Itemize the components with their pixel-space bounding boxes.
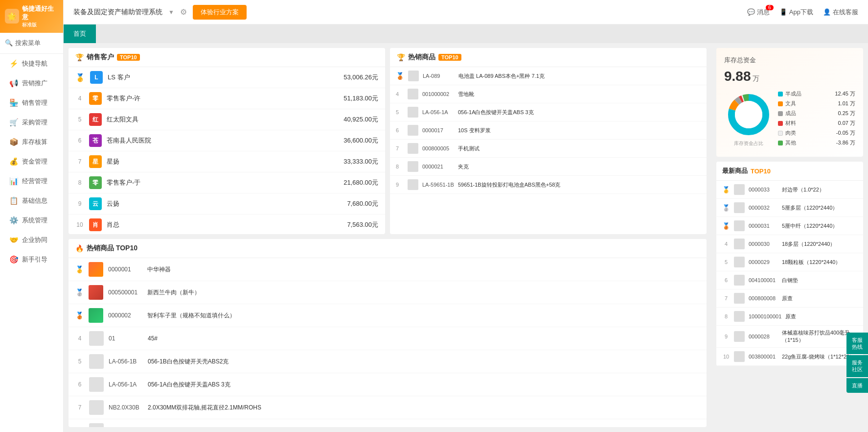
sidebar-search-area[interactable]: 🔍 搜索菜单 <box>0 33 63 54</box>
top-badge-products: TOP10 <box>438 54 461 61</box>
product-name: 056-1A白色按键开关盖ABS 3克 <box>148 381 700 389</box>
customer-sales-header: 🏆 销售客户 TOP10 <box>69 48 385 67</box>
rank-num: 5 <box>722 259 730 265</box>
list-item: 6 LA-056-1A 056-1A白色按键开关盖ABS 3克 <box>69 373 707 396</box>
rank-num: 7 <box>75 404 84 411</box>
newest-products-header: 最新商品 TOP10 <box>716 162 863 181</box>
nav-item-purchase[interactable]: 🛒 采购管理 <box>0 113 63 132</box>
nav-item-operation[interactable]: 📊 经营管理 <box>0 171 63 191</box>
bronze-medal-icon: 🥉 <box>396 72 404 80</box>
product-code: 0000031 <box>749 223 778 229</box>
inventory-icon: 📦 <box>9 138 18 146</box>
list-item: 🥇 0000001 中华神器 <box>69 258 707 281</box>
list-item: 🥉 LA-089 电池盖 LA-089 ABS本色+黑种 7.1克 <box>390 67 707 85</box>
inventory-card: 库存总资金 9.88 万 <box>716 48 863 157</box>
legend-dot <box>778 121 783 126</box>
product-code: 0000032 <box>749 205 778 211</box>
rank-num: 7 <box>75 158 84 165</box>
service-hotline-button[interactable]: 客服热线 <box>846 333 868 355</box>
nav-item-basic[interactable]: 📋 基础信息 <box>0 191 63 211</box>
rank-num: 7 <box>722 295 730 301</box>
nav-item-marketing[interactable]: 📢 营销推广 <box>0 73 63 93</box>
marketing-label: 营销推广 <box>22 79 47 88</box>
product-name: 10S 变料罗浆 <box>458 127 701 134</box>
message-button[interactable]: 💬 消息 6 <box>747 8 770 17</box>
list-item: 4 0000030 18多层（1220*2440） <box>716 235 863 253</box>
search-menu-button[interactable]: 🔍 搜索菜单 <box>5 37 58 49</box>
nav-item-system[interactable]: ⚙️ 系统管理 <box>0 211 63 230</box>
rank-num: 4 <box>75 335 84 342</box>
avatar: 星 <box>89 155 102 168</box>
page-tabs: 首页 <box>64 24 868 43</box>
live-broadcast-button[interactable]: 直播 <box>846 378 868 393</box>
nav-item-finance[interactable]: 💰 资金管理 <box>0 152 63 171</box>
finance-label: 资金管理 <box>22 157 47 166</box>
product-image <box>89 354 104 369</box>
product-code: LA-056-1A <box>422 109 454 115</box>
newest-top10-label: TOP10 <box>751 168 771 175</box>
avatar: 苍 <box>89 134 102 147</box>
product-name: 18颗粒板（1220*2440） <box>782 259 857 266</box>
legend-value: 0.07 万 <box>838 120 855 127</box>
customer-name: 红太阳文具 <box>107 115 339 124</box>
legend-name: 其他 <box>785 139 834 146</box>
list-item: 9 LA-59651-1B 59651-1B旋转投影灯电池盒ABS黑色+58克 <box>390 176 707 194</box>
customer-name: 零售客户-于 <box>107 178 339 187</box>
medal-icon: 🏆 <box>75 53 84 61</box>
list-item: 6 苍 苍南县人民医院 36,600.00元 <box>69 130 385 151</box>
app-download-button[interactable]: 📱 App下载 <box>779 8 813 17</box>
search-icon: 🔍 <box>5 39 13 47</box>
top-products-scroll-card: 🏆 热销商品 TOP10 🥉 LA-089 电池盖 LA-089 ABS本色+黑… <box>390 48 707 234</box>
list-item: 8 10000100001 原查 <box>716 308 863 326</box>
customer-name: LS 客户 <box>108 73 339 82</box>
middle-panel: 🏆 销售客户 TOP10 🥇 L LS 客户 53,006.26元 4 <box>64 43 711 432</box>
list-item: 10 肖 肖总 7,563.00元 <box>69 215 385 234</box>
nav-item-sales[interactable]: 🏪 销售管理 <box>0 93 63 113</box>
product-name: 中华神器 <box>147 265 700 274</box>
inventory-amount: 9.88 万 <box>724 69 855 84</box>
product-code: 0000028 <box>749 334 778 339</box>
customer-amount: 7,563.00元 <box>347 220 378 229</box>
tab-home[interactable]: 首页 <box>64 24 96 43</box>
service-community-button[interactable]: 服务社区 <box>846 355 868 377</box>
product-image <box>408 143 418 154</box>
customer-name: 零售客户-许 <box>107 94 339 103</box>
rank-num: 8 <box>722 313 730 319</box>
nav-item-quicknav[interactable]: ⚡ 快捷导航 <box>0 54 63 73</box>
donut-chart: 库存资金占比 <box>724 90 773 139</box>
product-image <box>734 293 745 304</box>
product-code: 0000021 <box>422 164 454 169</box>
sidebar-logo: 🌟 畅捷通好生意 标准版 <box>0 0 63 33</box>
legend-dot <box>778 101 783 106</box>
legend-name: 成品 <box>785 110 836 117</box>
list-item: 5 0000029 18颗粒板（1220*2440） <box>716 253 863 271</box>
online-service-button[interactable]: 👤 在线客服 <box>823 8 858 17</box>
legend-value: 1.01 万 <box>838 100 855 107</box>
gear-icon[interactable]: ⚙ <box>180 7 187 17</box>
product-code: 0000029 <box>749 259 778 265</box>
customer-amount: 51,183.00元 <box>343 94 378 103</box>
rank-num: 5 <box>75 358 84 365</box>
product-image <box>408 107 418 118</box>
message-icon: 💬 <box>747 8 755 16</box>
avatar: 零 <box>89 176 102 189</box>
operation-icon: 📊 <box>9 177 18 186</box>
rank-num: 4 <box>396 91 404 97</box>
top-products-scroll-list: 🥉 LA-089 电池盖 LA-089 ABS本色+黑种 7.1克 4 0010… <box>390 67 707 234</box>
basic-label: 基础信息 <box>22 196 47 205</box>
legend-value: 0.25 万 <box>838 110 855 117</box>
logo-text: 畅捷通好生意 标准版 <box>22 5 58 28</box>
list-item: 5 LA-056-1B 056-1B白色按键开关壳ABS2克 <box>69 350 707 373</box>
hot-products-header: 🔥 热销商品 TOP10 <box>69 239 707 258</box>
nav-item-cooperation[interactable]: 🤝 企业协同 <box>0 230 63 250</box>
nav-item-guide[interactable]: 🎯 新手引导 <box>0 250 63 269</box>
rank-num: 4 <box>75 95 84 102</box>
nav-item-inventory[interactable]: 📦 库存核算 <box>0 132 63 152</box>
rank-num: 6 <box>75 137 84 144</box>
silver-medal-icon: 🥈 <box>722 204 730 212</box>
product-name: 5厘中纤（1220*2440） <box>782 222 857 230</box>
app-download-label: App下载 <box>789 8 813 17</box>
edition-label: 标准版 <box>22 22 58 28</box>
legend-value: -0.05 万 <box>836 129 855 137</box>
trial-button[interactable]: 体验行业方案 <box>193 5 247 20</box>
